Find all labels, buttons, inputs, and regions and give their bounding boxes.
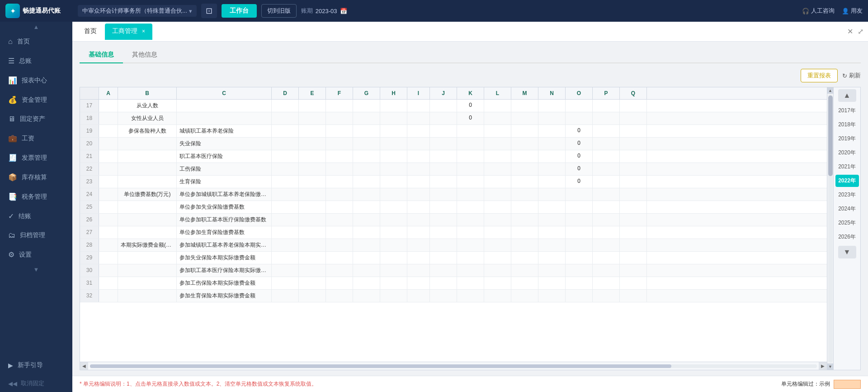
cell-24-K[interactable]: [457, 188, 484, 201]
cell-26-E[interactable]: [299, 214, 326, 226]
cell-20-O[interactable]: 0: [566, 138, 593, 150]
cell-31-J[interactable]: [430, 277, 457, 289]
cell-19-F[interactable]: [326, 125, 353, 137]
cell-30-N[interactable]: [538, 264, 566, 277]
year-item-2017[interactable]: 2017年: [835, 105, 859, 117]
cell-21-H[interactable]: [380, 150, 407, 163]
cell-29-O[interactable]: [566, 252, 593, 264]
cell-21-C[interactable]: 职工基本医疗保险: [177, 150, 272, 163]
cell-30-M[interactable]: [511, 264, 538, 277]
cell-32-O[interactable]: [566, 290, 593, 302]
cell-30-C[interactable]: 参加职工基本医疗保险本期实际缴费金额: [177, 264, 272, 277]
cell-23-L[interactable]: [484, 176, 511, 188]
cell-29-D[interactable]: [272, 252, 299, 264]
cell-22-M[interactable]: [511, 163, 538, 175]
cell-22-Q[interactable]: [620, 163, 647, 175]
sidebar-item-newguide[interactable]: ▶ 新手引导: [0, 356, 72, 375]
cell-29-C[interactable]: 参加失业保险本期实际缴费金额: [177, 252, 272, 264]
cell-24-O[interactable]: [566, 188, 593, 201]
cell-30-H[interactable]: [380, 264, 407, 277]
cell-32-C[interactable]: 参加生育保险本期实际缴费金额: [177, 290, 272, 302]
sidebar-item-inventory[interactable]: 📦 库存核算: [0, 167, 72, 187]
cell-24-F[interactable]: [326, 188, 353, 201]
cell-31-F[interactable]: [326, 277, 353, 289]
cell-19-M[interactable]: [511, 125, 538, 137]
cell-32-P[interactable]: [593, 290, 620, 302]
cell-26-I[interactable]: [407, 214, 430, 226]
cell-25-F[interactable]: [326, 201, 353, 213]
cell-32-L[interactable]: [484, 290, 511, 302]
cell-29-K[interactable]: [457, 252, 484, 264]
cell-32-D[interactable]: [272, 290, 299, 302]
cell-32-N[interactable]: [538, 290, 566, 302]
sidebar-scroll-down[interactable]: ▼: [0, 264, 72, 275]
cell-32-K[interactable]: [457, 290, 484, 302]
cell-26-M[interactable]: [511, 214, 538, 226]
cell-21-L[interactable]: [484, 150, 511, 163]
cell-17-L[interactable]: [484, 100, 511, 112]
cell-23-B[interactable]: [118, 176, 177, 188]
cell-27-E[interactable]: [299, 226, 326, 239]
cell-28-L[interactable]: [484, 239, 511, 251]
cell-30-Q[interactable]: [620, 264, 647, 277]
cell-22-G[interactable]: [353, 163, 380, 175]
cell-23-N[interactable]: [538, 176, 566, 188]
cell-20-G[interactable]: [353, 138, 380, 150]
cell-22-D[interactable]: [272, 163, 299, 175]
cell-26-P[interactable]: [593, 214, 620, 226]
cell-17-D[interactable]: [272, 100, 299, 112]
cell-17-F[interactable]: [326, 100, 353, 112]
cell-17-J[interactable]: [430, 100, 457, 112]
cell-19-J[interactable]: [430, 125, 457, 137]
cell-24-D[interactable]: [272, 188, 299, 201]
year-item-2024[interactable]: 2024年: [835, 203, 859, 215]
h-scroll-area[interactable]: ◀ ▶: [80, 362, 827, 370]
cell-26-K[interactable]: [457, 214, 484, 226]
cell-18-H[interactable]: [380, 112, 407, 124]
cell-24-B[interactable]: 单位缴费基数(万元): [118, 188, 177, 201]
cell-24-A[interactable]: [99, 188, 118, 201]
cell-29-J[interactable]: [430, 252, 457, 264]
cell-27-I[interactable]: [407, 226, 430, 239]
cell-25-G[interactable]: [353, 201, 380, 213]
cell-23-K[interactable]: [457, 176, 484, 188]
cell-23-J[interactable]: [430, 176, 457, 188]
cell-21-E[interactable]: [299, 150, 326, 163]
cell-20-Q[interactable]: [620, 138, 647, 150]
sidebar-item-tax[interactable]: 📑 税务管理: [0, 187, 72, 206]
cell-20-A[interactable]: [99, 138, 118, 150]
cell-31-G[interactable]: [353, 277, 380, 289]
h-scroll-right-button[interactable]: ▶: [819, 362, 827, 370]
cell-31-E[interactable]: [299, 277, 326, 289]
cell-27-G[interactable]: [353, 226, 380, 239]
cell-17-O[interactable]: [566, 100, 593, 112]
sidebar-item-invoice[interactable]: 🧾 发票管理: [0, 148, 72, 167]
cell-19-B[interactable]: 参保各险种人数: [118, 125, 177, 137]
cell-24-I[interactable]: [407, 188, 430, 201]
cell-25-E[interactable]: [299, 201, 326, 213]
cell-30-B[interactable]: [118, 264, 177, 277]
cell-17-H[interactable]: [380, 100, 407, 112]
year-nav-down-button[interactable]: ▼: [838, 246, 856, 258]
year-nav-up-button[interactable]: ▲: [838, 89, 856, 102]
cell-18-O[interactable]: [566, 112, 593, 124]
cell-28-P[interactable]: [593, 239, 620, 251]
cell-32-J[interactable]: [430, 290, 457, 302]
cell-20-C[interactable]: 失业保险: [177, 138, 272, 150]
cell-28-Q[interactable]: [620, 239, 647, 251]
cell-19-G[interactable]: [353, 125, 380, 137]
cell-19-Q[interactable]: [620, 125, 647, 137]
cell-22-L[interactable]: [484, 163, 511, 175]
cell-25-K[interactable]: [457, 201, 484, 213]
cell-27-B[interactable]: [118, 226, 177, 239]
cell-27-A[interactable]: [99, 226, 118, 239]
cell-31-N[interactable]: [538, 277, 566, 289]
h-scroll-left-button[interactable]: ◀: [80, 362, 88, 370]
cell-18-C[interactable]: [177, 112, 272, 124]
cell-25-M[interactable]: [511, 201, 538, 213]
cell-28-J[interactable]: [430, 239, 457, 251]
cell-28-K[interactable]: [457, 239, 484, 251]
cell-30-G[interactable]: [353, 264, 380, 277]
cell-26-A[interactable]: [99, 214, 118, 226]
cell-27-K[interactable]: [457, 226, 484, 239]
